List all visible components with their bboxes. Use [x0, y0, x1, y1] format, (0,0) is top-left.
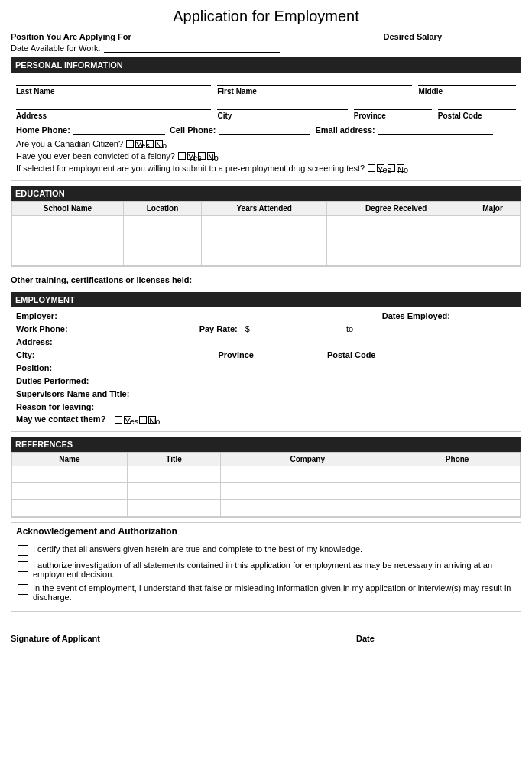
contact-no-box[interactable]	[139, 416, 147, 424]
pay-rate-input[interactable]	[255, 323, 339, 333]
province-label: Province	[354, 112, 432, 120]
dates-employed-input[interactable]	[455, 310, 516, 320]
edu-school-3[interactable]	[12, 249, 124, 266]
edu-degree-1[interactable]	[327, 216, 466, 232]
felony-no-box[interactable]	[198, 152, 206, 160]
middle-name-input[interactable]	[418, 76, 516, 86]
email-input[interactable]	[378, 125, 493, 135]
citizen-yes-label: Yes	[135, 140, 143, 148]
contact-no-checkbox[interactable]: No	[139, 416, 156, 424]
felony-no-checkbox[interactable]: No	[198, 152, 215, 160]
edu-years-3[interactable]	[202, 249, 327, 266]
felony-question: Have you ever been convicted of a felony…	[16, 151, 175, 161]
province-input[interactable]	[354, 100, 432, 110]
ref-company-3[interactable]	[221, 500, 394, 517]
contact-yes-checkbox[interactable]: Yes	[115, 416, 131, 424]
work-phone-input[interactable]	[73, 323, 195, 333]
ref-company-2[interactable]	[221, 483, 394, 500]
edu-location-3[interactable]	[123, 249, 201, 266]
ref-name-1[interactable]	[12, 466, 128, 483]
reason-input[interactable]	[99, 401, 516, 411]
address-input[interactable]	[16, 100, 211, 110]
ack-checkbox-3[interactable]	[18, 584, 28, 595]
education-section: School Name Location Years Attended Degr…	[11, 201, 521, 267]
pay-rate-symbol: $	[245, 324, 250, 333]
edu-degree-2[interactable]	[327, 232, 466, 249]
edu-location-2[interactable]	[123, 232, 201, 249]
edu-years-1[interactable]	[202, 216, 327, 232]
ref-name-2[interactable]	[12, 483, 128, 500]
drug-no-box[interactable]	[388, 164, 395, 172]
emp-city-input[interactable]	[39, 349, 207, 359]
citizen-no-box[interactable]	[146, 140, 154, 148]
edu-degree-3[interactable]	[327, 249, 466, 266]
contact-yes-box[interactable]	[115, 416, 122, 424]
citizen-no-checkbox[interactable]: No	[146, 140, 163, 148]
citizen-yes-checkbox[interactable]: Yes	[126, 140, 143, 148]
home-phone-label: Home Phone:	[16, 125, 70, 135]
home-phone-input[interactable]	[73, 125, 165, 135]
desired-salary-input[interactable]	[445, 31, 521, 41]
cell-phone-input[interactable]	[219, 125, 310, 135]
supervisor-label: Supervisors Name and Title:	[16, 389, 129, 398]
drug-yes-box[interactable]	[368, 164, 375, 172]
emp-province-input[interactable]	[258, 349, 320, 359]
ref-title-2[interactable]	[127, 483, 220, 500]
citizen-yes-box[interactable]	[126, 140, 134, 148]
ack-checkbox-2[interactable]	[18, 561, 28, 572]
felony-yes-checkbox[interactable]: Yes	[178, 152, 195, 160]
ref-phone-2[interactable]	[394, 483, 521, 500]
citizen-no-label: No	[155, 140, 163, 148]
emp-address-label: Address:	[16, 337, 53, 346]
other-training-input[interactable]	[195, 275, 521, 284]
edu-school-1[interactable]	[12, 216, 124, 232]
contact-no-label: No	[148, 416, 156, 424]
ack-section-header: Acknowledgement and Authorization	[11, 522, 521, 540]
ref-name-3[interactable]	[12, 500, 128, 517]
emp-position-input[interactable]	[57, 362, 516, 372]
position-input[interactable]	[135, 31, 303, 41]
supervisor-input[interactable]	[134, 388, 516, 398]
emp-position-label: Position:	[16, 363, 52, 372]
ref-title-3[interactable]	[127, 500, 220, 517]
ack-checkbox-1[interactable]	[18, 545, 28, 556]
date-available-input[interactable]	[104, 43, 280, 53]
drug-no-checkbox[interactable]: No	[388, 164, 404, 172]
middle-label: Middle	[418, 87, 516, 96]
ack-section: I certify that all answers given herein …	[11, 540, 521, 612]
ack-item-2: I authorize investigation of all stateme…	[18, 560, 514, 579]
references-section: Name Title Company Phone	[11, 452, 521, 518]
edu-major-1[interactable]	[466, 216, 521, 232]
work-phone-label: Work Phone:	[16, 324, 68, 333]
edu-major-2[interactable]	[466, 232, 521, 249]
signature-label: Signature of Applicant	[11, 634, 341, 643]
drug-no-label: No	[397, 164, 404, 172]
position-label: Position You Are Applying For	[11, 32, 131, 41]
date-available-label: Date Available for Work:	[11, 44, 101, 53]
edu-years-2[interactable]	[202, 232, 327, 249]
edu-major-3[interactable]	[466, 249, 521, 266]
edu-school-2[interactable]	[12, 232, 124, 249]
ref-title-1[interactable]	[127, 466, 220, 483]
employer-input[interactable]	[62, 310, 378, 320]
ref-phone-3[interactable]	[394, 500, 521, 517]
first-name-input[interactable]	[217, 76, 412, 86]
city-input[interactable]	[217, 100, 347, 110]
emp-postal-input[interactable]	[381, 349, 442, 359]
duties-input[interactable]	[93, 375, 516, 385]
ref-phone-1[interactable]	[394, 466, 521, 483]
emp-address-input[interactable]	[57, 336, 516, 346]
reason-label: Reason for leaving:	[16, 402, 94, 411]
edu-location-1[interactable]	[123, 216, 201, 232]
ack-text-3: In the event of employment, I understand…	[33, 583, 514, 602]
ack-title-text: Acknowledgement and Authorization	[16, 526, 177, 537]
address-label: Address	[16, 112, 211, 120]
drug-yes-checkbox[interactable]: Yes	[368, 164, 384, 172]
felony-yes-box[interactable]	[178, 152, 186, 160]
pay-rate-to-input[interactable]	[361, 323, 414, 333]
postal-code-input[interactable]	[438, 100, 516, 110]
last-name-input[interactable]	[16, 76, 211, 86]
ref-company-1[interactable]	[221, 466, 394, 483]
date-label: Date	[356, 634, 521, 643]
employment-section: Employer: Dates Employed: Work Phone: Pa…	[11, 307, 521, 432]
